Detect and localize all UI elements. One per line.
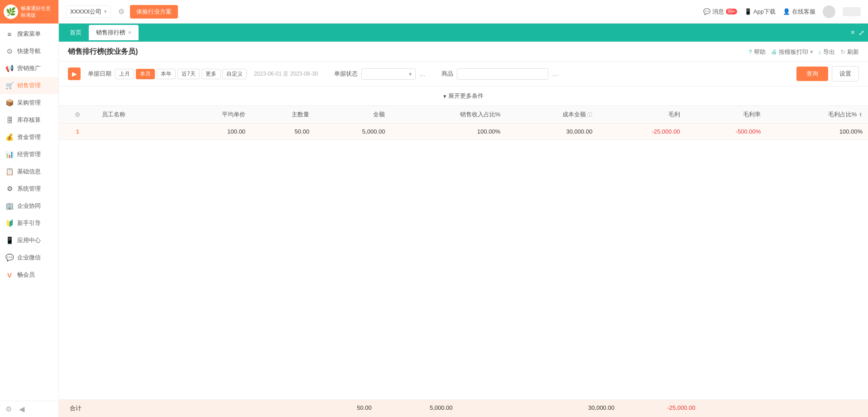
filter-collapse-btn[interactable]: ▶: [68, 67, 81, 80]
message-button[interactable]: 💬 消息 99+: [703, 8, 737, 16]
sales-icon: 🛒: [5, 81, 14, 90]
table-area: ⚙ 员工名称 平均单价 主数量 全额 销售收入占比% 成本全额 ⓘ 毛利 毛利率…: [59, 106, 868, 417]
col-rank: ⚙: [59, 106, 96, 124]
date-filter-buttons: 上月 本月 本年 近7天 更多 自定义: [115, 69, 247, 79]
setting-button[interactable]: 设置: [832, 66, 859, 81]
col-main-qty: 主数量: [251, 106, 315, 124]
date-btn-more[interactable]: 更多: [201, 69, 221, 79]
sidebar-settings-icon[interactable]: ⚙: [5, 405, 12, 413]
purchase-icon: 📦: [5, 99, 14, 107]
quick-nav-icon: ⊙: [5, 47, 14, 55]
sidebar-item-purchase[interactable]: 📦 采购管理: [0, 94, 58, 111]
sidebar-item-guide[interactable]: 🔰 新手引导: [0, 215, 58, 232]
query-button[interactable]: 查询: [796, 67, 828, 81]
sidebar-collapse-icon[interactable]: ◀: [19, 405, 24, 413]
sidebar-item-app-center[interactable]: 📱 应用中心: [0, 232, 58, 249]
finance-icon: 💰: [5, 133, 14, 141]
status-select[interactable]: [361, 68, 416, 80]
sidebar-item-label: 企业协同: [17, 202, 41, 210]
content-area: 销售排行榜(按业务员) ? 帮助 🖨 按模板打印 ▾ ↓ 导出: [59, 42, 868, 417]
date-btn-custom[interactable]: 自定义: [222, 69, 247, 79]
sidebar-item-marketing[interactable]: 📢 营销推广: [0, 60, 58, 77]
sidebar-item-sales[interactable]: 🛒 销售管理: [0, 77, 58, 94]
footer-profit: -25,000.00: [620, 404, 701, 412]
help-button[interactable]: ? 帮助: [748, 48, 765, 56]
cell-profit: -25,000.00: [598, 124, 685, 140]
tabbar-right: × ⤢: [851, 29, 864, 37]
refresh-label: 刷新: [847, 48, 859, 56]
message-badge: 99+: [726, 9, 737, 14]
sidebar-item-system[interactable]: ⚙ 系统管理: [0, 180, 58, 197]
page-header: 销售排行榜(按业务员) ? 帮助 🖨 按模板打印 ▾ ↓ 导出: [59, 42, 868, 62]
print-label: 按模板打印: [779, 48, 808, 56]
sidebar-item-inventory[interactable]: 🗄 库存核算: [0, 111, 58, 129]
system-icon: ⚙: [5, 185, 14, 193]
user-avatar[interactable]: [823, 5, 835, 18]
tab-close-icon[interactable]: ×: [128, 29, 131, 36]
sidebar-item-operations[interactable]: 📊 经营管理: [0, 146, 58, 163]
date-btn-this-month[interactable]: 本月: [136, 69, 155, 79]
sidebar-item-vip[interactable]: V 畅会员: [0, 266, 58, 283]
window-close-icon[interactable]: ×: [851, 29, 855, 37]
tab-sales-ranking[interactable]: 销售排行榜 ×: [89, 25, 139, 40]
export-label: 导出: [823, 48, 835, 56]
sidebar-item-label: 经营管理: [17, 150, 41, 158]
chevron-down-icon: ▾: [104, 9, 107, 14]
cost-info-icon: ⓘ: [587, 112, 592, 117]
footer-amount: 5,000.00: [377, 404, 458, 412]
tab-home[interactable]: 首页: [62, 25, 89, 40]
company-selector[interactable]: XXXXX公司 ▾: [66, 5, 111, 18]
table-wrap[interactable]: ⚙ 员工名称 平均单价 主数量 全额 销售收入占比% 成本全额 ⓘ 毛利 毛利率…: [59, 106, 868, 399]
logo-text: 畅康通好生意 标准版: [21, 5, 51, 19]
sidebar-item-search[interactable]: ≡ 搜索菜单: [0, 25, 58, 43]
message-icon: 💬: [703, 8, 710, 15]
sidebar-item-label: 应用中心: [17, 236, 41, 244]
company-name: XXXXX公司: [70, 8, 101, 16]
sidebar-item-basic-info[interactable]: 📋 基础信息: [0, 163, 58, 180]
table-body: 1 100.00 50.00 5,000.00 100.00% 30,000.0…: [59, 124, 868, 140]
date-btn-last-month[interactable]: 上月: [115, 69, 134, 79]
col-cost: 成本全额 ⓘ: [506, 106, 598, 124]
goods-filter-input[interactable]: [457, 68, 548, 80]
expand-more-btn[interactable]: ▾ 展开更多条件: [443, 88, 484, 104]
marketing-icon: 📢: [5, 64, 14, 72]
sidebar-item-label: 销售管理: [17, 81, 41, 90]
print-button[interactable]: 🖨 按模板打印 ▾: [771, 48, 813, 56]
sidebar-item-finance[interactable]: 💰 资金管理: [0, 129, 58, 146]
cell-avg-price: 100.00: [173, 124, 250, 140]
topbar-right: 💬 消息 99+ 📱 App下载 👤 在线客服: [703, 5, 861, 18]
expand-label: 展开更多条件: [448, 92, 484, 100]
refresh-button[interactable]: ↻ 刷新: [840, 48, 859, 56]
message-label: 消息: [712, 8, 724, 16]
vip-icon: V: [5, 271, 14, 279]
goods-more-icon[interactable]: ...: [552, 70, 558, 78]
date-btn-this-year[interactable]: 本年: [157, 69, 176, 79]
cell-name: [96, 124, 173, 140]
filter-bar: ▶ 单据日期 上月 本月 本年 近7天 更多 自定义 2023-06-01 至 …: [59, 62, 868, 86]
guide-icon: 🔰: [5, 219, 14, 227]
logo-icon: 🌿: [4, 5, 18, 19]
topbar-settings-icon[interactable]: ⚙: [118, 7, 125, 16]
filter-date-item: 单据日期 上月 本月 本年 近7天 更多 自定义: [88, 69, 247, 79]
user-name-placeholder: [843, 7, 861, 16]
sidebar-item-enterprise[interactable]: 🏢 企业协同: [0, 197, 58, 215]
sidebar-item-wechat[interactable]: 💬 企业微信: [0, 249, 58, 266]
date-btn-7days[interactable]: 近7天: [177, 69, 200, 79]
app-download-button[interactable]: 📱 App下载: [744, 8, 776, 16]
trial-button[interactable]: 体验行业方案: [130, 5, 178, 19]
sidebar-item-label: 企业微信: [17, 254, 41, 262]
page-title-row: 销售排行榜(按业务员) ? 帮助 🖨 按模板打印 ▾ ↓ 导出: [68, 47, 859, 61]
export-button[interactable]: ↓ 导出: [819, 48, 835, 56]
window-expand-icon[interactable]: ⤢: [858, 29, 864, 37]
filter-goods-item: 商品 ...: [441, 68, 558, 80]
basic-info-icon: 📋: [5, 168, 14, 176]
goods-filter-label: 商品: [441, 70, 453, 78]
sidebar-item-label: 库存核算: [17, 116, 41, 124]
date-filter-label: 单据日期: [88, 70, 111, 78]
online-service-button[interactable]: 👤 在线客服: [783, 8, 815, 16]
online-service-label: 在线客服: [792, 8, 815, 16]
sidebar-item-label: 采购管理: [17, 99, 41, 107]
status-more-icon[interactable]: ...: [419, 70, 425, 78]
col-settings-icon[interactable]: ⚙: [75, 111, 81, 118]
sidebar-item-quick-nav[interactable]: ⊙ 快捷导航: [0, 43, 58, 60]
